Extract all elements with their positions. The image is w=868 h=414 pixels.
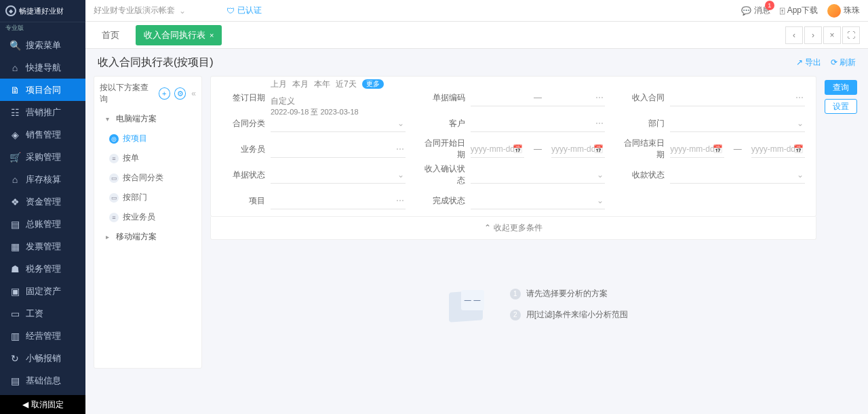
customer-input[interactable]: ⋯ [471, 115, 606, 132]
page-title: 收入合同执行表(按项目) [98, 56, 214, 70]
dept-label: 部门 [621, 118, 665, 129]
query-button[interactable]: 查询 [825, 80, 857, 95]
tree-item-按部门[interactable]: ▭按部门 [100, 188, 196, 207]
project-input[interactable]: ⋯ [271, 192, 406, 209]
nav-item-基础信息[interactable]: ▤基础信息 [0, 369, 85, 392]
close-icon[interactable]: × [210, 31, 214, 39]
doc-status-select[interactable]: ⌄ [271, 166, 406, 184]
empty-step-2: 2用[过滤]条件来缩小分析范围 [510, 309, 629, 320]
add-scheme-button[interactable]: + [159, 87, 170, 100]
scheme-settings-button[interactable]: ⚙ [174, 87, 186, 100]
nav-icon: ☷ [9, 107, 20, 118]
page-header: 收入合同执行表(按项目) ↗ 导出 ⟳ 刷新 [85, 49, 868, 76]
tree-item-按合同分类[interactable]: ▭按合同分类 [100, 168, 196, 188]
nav-icon: ☗ [9, 264, 20, 274]
nav-item-搜索菜单[interactable]: 🔍搜索菜单 [0, 34, 85, 56]
messages-button[interactable]: 💬 消息 1 [741, 5, 770, 16]
user-label: 珠珠 [844, 5, 860, 16]
collapse-filters-button[interactable]: ⌃ 收起更多条件 [210, 217, 816, 240]
fullscreen-button[interactable]: ⛶ [842, 26, 860, 44]
start-date-from[interactable]: yyyy-mm-dd📅 [471, 140, 524, 158]
start-date-to[interactable]: yyyy-mm-dd📅 [551, 140, 605, 158]
receipt-status-select[interactable]: ⌄ [670, 166, 805, 184]
nav-item-销售管理[interactable]: ◈销售管理 [0, 123, 85, 146]
date-chip[interactable]: 近7天 [336, 79, 357, 90]
pin-toggle[interactable]: ◀ 取消固定 [0, 395, 85, 414]
verified-badge: 🛡 已认证 [226, 5, 262, 16]
tree-item-icon: ≡ [109, 213, 119, 222]
tree-item-label: 按部门 [123, 192, 147, 203]
scheme-title: 按以下方案查询 [100, 82, 155, 105]
date-custom-chip[interactable]: 自定义 [271, 96, 295, 107]
contract-cat-select[interactable]: ⌄ [271, 115, 406, 132]
income-confirm-select[interactable]: ⌄ [471, 166, 606, 184]
end-date-from[interactable]: yyyy-mm-dd📅 [670, 140, 724, 158]
nav-item-发票管理[interactable]: ▦发票管理 [0, 235, 85, 257]
date-more-chip[interactable]: 更多 [362, 79, 384, 89]
nav-item-快捷导航[interactable]: ⌂快捷导航 [0, 56, 85, 79]
nav-item-经营管理[interactable]: ▥经营管理 [0, 325, 85, 347]
nav-icon: ▤ [9, 219, 20, 230]
nav-item-固定资产[interactable]: ▣固定资产 [0, 280, 85, 302]
export-button[interactable]: ↗ 导出 [796, 57, 821, 68]
tree-item-按项目[interactable]: ◎按项目 [100, 129, 196, 148]
download-button[interactable]: ⍐ App下载 [780, 5, 818, 16]
context-selector[interactable]: 好业财专业版演示帐套 ⌄ [94, 5, 216, 16]
caret-icon: ▾ [102, 115, 112, 124]
tree-group[interactable]: ▾电脑端方案 [100, 109, 196, 129]
nav-item-资金管理[interactable]: ❖资金管理 [0, 190, 85, 213]
refresh-button[interactable]: ⟳ 刷新 [831, 57, 856, 68]
ellipsis-icon: ⋯ [595, 119, 604, 128]
shield-icon: 🛡 [226, 6, 235, 16]
refresh-label: 刷新 [840, 57, 856, 68]
collapse-panel-icon[interactable]: « [191, 89, 196, 98]
filter-sign-date: 签订日期 上月本月本年近7天更多自定义 2022-09-18 至 2023-03… [222, 85, 406, 110]
settings-button[interactable]: 设置 [825, 99, 857, 114]
income-contract-input[interactable]: ⋯ [670, 89, 805, 106]
salesman-input[interactable]: ⋯ [271, 140, 406, 158]
tab-home[interactable]: 首页 [94, 25, 127, 45]
date-chip[interactable]: 本月 [292, 79, 309, 90]
tree-item-label: 按业务员 [123, 211, 155, 223]
end-date-to[interactable]: yyyy-mm-dd📅 [751, 140, 805, 158]
logo-text: 畅捷通好业财 [19, 6, 64, 16]
download-label: App下载 [787, 5, 818, 16]
chevron-down-icon: ⌄ [797, 119, 804, 128]
nav-item-项目合同[interactable]: 🗎项目合同 [0, 79, 85, 101]
nav-icon: ⌂ [9, 174, 20, 185]
tab-prev-button[interactable]: ‹ [785, 26, 803, 44]
pin-label: 取消固定 [31, 399, 64, 411]
user-menu[interactable]: 珠珠 [827, 4, 860, 18]
finish-status-select[interactable]: ⌄ [471, 192, 606, 209]
tab-income-contract[interactable]: 收入合同执行表 × [136, 25, 222, 45]
calendar-icon: 📅 [513, 144, 523, 154]
calendar-icon: 📅 [713, 144, 723, 154]
nav-item-小畅报销[interactable]: ↻小畅报销 [0, 347, 85, 369]
date-chip[interactable]: 上月 [271, 79, 287, 90]
dept-select[interactable]: ⌄ [670, 115, 805, 132]
chevron-down-icon: ⌄ [397, 170, 404, 180]
nav-item-营销推广[interactable]: ☷营销推广 [0, 101, 85, 123]
tree-item-按业务员[interactable]: ≡按业务员 [100, 207, 196, 227]
nav-item-库存核算[interactable]: ⌂库存核算 [0, 168, 85, 190]
nav-item-工资[interactable]: ▭工资 [0, 302, 85, 325]
nav-icon: 🔍 [9, 40, 20, 51]
doc-no-input[interactable]: —⋯ [471, 89, 606, 106]
tree-item-按单[interactable]: ≡按单 [100, 148, 196, 168]
group-label: 移动端方案 [116, 231, 157, 243]
tab-close-button[interactable]: × [823, 26, 841, 44]
verified-label: 已认证 [237, 5, 262, 16]
nav-item-采购管理[interactable]: 🛒采购管理 [0, 146, 85, 168]
nav-icon: 🛒 [9, 152, 20, 163]
context-label: 好业财专业版演示帐套 [94, 5, 175, 16]
nav-label: 搜索菜单 [26, 39, 61, 51]
nav-item-总账管理[interactable]: ▤总账管理 [0, 213, 85, 235]
nav-label: 资金管理 [26, 196, 61, 208]
nav-label: 采购管理 [26, 151, 61, 163]
nav-item-税务管理[interactable]: ☗税务管理 [0, 257, 85, 280]
nav-label: 小畅报销 [26, 352, 61, 365]
empty-state: ─ ─ 1请先选择要分析的方案 2用[过滤]条件来缩小分析范围 [210, 240, 860, 369]
tree-group[interactable]: ▸移动端方案 [100, 227, 196, 247]
date-chip[interactable]: 本年 [314, 79, 330, 90]
tab-next-button[interactable]: › [804, 26, 822, 44]
